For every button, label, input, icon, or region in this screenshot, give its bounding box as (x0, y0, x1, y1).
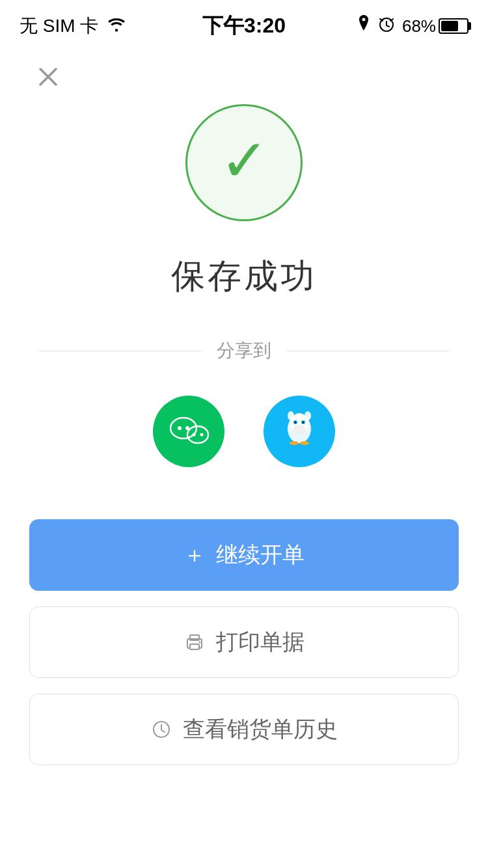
battery-fill (441, 21, 458, 31)
svg-rect-23 (190, 644, 199, 649)
print-icon (183, 631, 206, 653)
battery-block: 68% (402, 16, 468, 36)
svg-point-20 (305, 411, 311, 420)
svg-point-19 (288, 411, 294, 420)
history-button[interactable]: 查看销货单历史 (29, 694, 459, 765)
main-content: ✓ 保存成功 分享到 (0, 52, 488, 765)
location-icon (357, 15, 371, 38)
svg-point-7 (192, 433, 195, 436)
battery-icon (439, 18, 468, 34)
wechat-share-button[interactable] (153, 396, 224, 467)
qq-share-button[interactable] (264, 396, 335, 467)
plus-icon: ＋ (183, 540, 206, 570)
svg-point-17 (290, 441, 299, 445)
continue-order-button[interactable]: ＋ 继续开单 (29, 519, 459, 591)
checkmark-icon: ✓ (220, 131, 269, 190)
svg-point-8 (200, 433, 203, 436)
status-right: 68% (357, 15, 468, 38)
status-bar: 无 SIM 卡 下午3:20 68% (0, 0, 488, 52)
share-icons (153, 396, 335, 467)
battery-text: 68% (402, 16, 436, 36)
svg-point-4 (178, 426, 182, 430)
success-title: 保存成功 (171, 254, 317, 299)
history-label: 查看销货单历史 (183, 714, 338, 744)
svg-point-14 (303, 421, 305, 423)
share-divider: 分享到 (0, 338, 488, 363)
close-button[interactable] (29, 57, 68, 96)
svg-point-18 (300, 441, 309, 445)
share-label: 分享到 (201, 338, 287, 363)
print-button[interactable]: 打印单据 (29, 606, 459, 678)
continue-order-label: 继续开单 (216, 540, 305, 570)
time-display: 下午3:20 (202, 12, 286, 40)
svg-point-24 (199, 642, 201, 644)
wifi-icon (105, 16, 128, 37)
carrier-text: 无 SIM 卡 (20, 14, 98, 38)
action-buttons: ＋ 继续开单 打印单据 查看销货单历史 (29, 519, 459, 765)
history-icon (150, 718, 172, 740)
alarm-icon (377, 15, 396, 38)
status-left: 无 SIM 卡 (20, 14, 128, 38)
success-circle: ✓ (185, 104, 303, 221)
print-label: 打印单据 (216, 627, 305, 657)
svg-point-16 (293, 425, 306, 435)
svg-point-6 (187, 426, 208, 443)
svg-point-13 (295, 421, 297, 423)
